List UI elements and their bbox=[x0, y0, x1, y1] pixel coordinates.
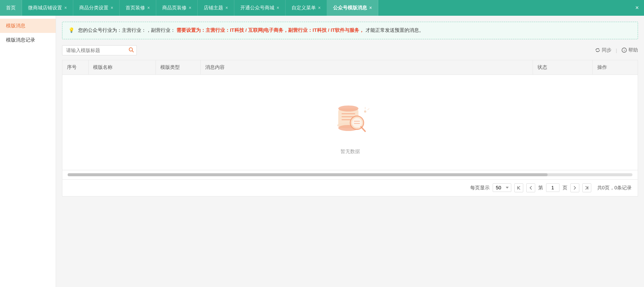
search-bar-left bbox=[62, 45, 137, 55]
nav-item-3[interactable]: 首页装修 × bbox=[120, 0, 156, 16]
scrollbar-thumb bbox=[68, 173, 548, 176]
help-button[interactable]: ? 帮助 bbox=[622, 47, 638, 54]
search-button[interactable] bbox=[129, 47, 134, 54]
page-label: 页 bbox=[563, 184, 567, 191]
table-header: 序号 模版名称 模版类型 消息内容 状态 操作 bbox=[62, 60, 638, 75]
scrollbar-track bbox=[68, 173, 632, 176]
nav-item-2[interactable]: 商品分类设置 × bbox=[73, 0, 120, 16]
svg-point-16 bbox=[364, 110, 366, 113]
search-input[interactable] bbox=[62, 45, 137, 55]
close-icon-2[interactable]: × bbox=[111, 5, 113, 10]
close-all-button[interactable]: × bbox=[630, 0, 644, 16]
search-input-wrap bbox=[62, 45, 137, 55]
col-header-action: 操作 bbox=[593, 60, 638, 74]
search-bar: 同步 | ? 帮助 bbox=[62, 45, 638, 55]
divider: | bbox=[616, 48, 617, 53]
search-bar-right: 同步 | ? 帮助 bbox=[595, 47, 638, 54]
main-content: 💡 您的公众号行业为：主营行业：，副营行业： 需要设置为：主营行业：IT科技 /… bbox=[56, 16, 644, 287]
help-icon: ? bbox=[622, 48, 627, 53]
empty-text: 暂无数据 bbox=[341, 148, 360, 155]
close-icon-8[interactable]: × bbox=[369, 5, 372, 10]
last-page-button[interactable] bbox=[582, 183, 591, 192]
page-input[interactable] bbox=[546, 183, 560, 192]
col-header-index: 序号 bbox=[62, 60, 89, 74]
nav-item-7[interactable]: 自定义菜单 × bbox=[286, 0, 327, 16]
horizontal-scrollbar[interactable] bbox=[62, 170, 638, 179]
col-header-type: 模版类型 bbox=[156, 60, 201, 74]
sidebar: 模版消息 模版消息记录 bbox=[0, 16, 56, 287]
close-icon-1[interactable]: × bbox=[64, 5, 67, 10]
pagination: 每页显示 50 10 20 100 第 页 bbox=[62, 179, 638, 196]
close-icon-6[interactable]: × bbox=[277, 5, 279, 10]
svg-line-1 bbox=[132, 51, 134, 52]
svg-line-13 bbox=[361, 127, 365, 131]
close-icon-7[interactable]: × bbox=[318, 5, 321, 10]
nav-item-4[interactable]: 商品页装修 × bbox=[156, 0, 198, 16]
top-nav: 首页 微商城店铺设置 × 商品分类设置 × 首页装修 × 商品页装修 × 店铺主… bbox=[0, 0, 644, 16]
svg-point-6 bbox=[338, 106, 358, 112]
close-icon-5[interactable]: × bbox=[225, 5, 228, 10]
col-header-name: 模版名称 bbox=[89, 60, 156, 74]
sync-button[interactable]: 同步 bbox=[595, 47, 611, 54]
first-page-button[interactable] bbox=[514, 183, 523, 192]
notice-bulb-icon: 💡 bbox=[68, 27, 74, 33]
page-size-select[interactable]: 50 10 20 100 bbox=[493, 183, 511, 192]
sidebar-item-template-message[interactable]: 模版消息 bbox=[0, 19, 56, 33]
nav-item-5[interactable]: 店铺主题 × bbox=[198, 0, 234, 16]
svg-text:?: ? bbox=[623, 49, 625, 52]
notice-box: 💡 您的公众号行业为：主营行业：，副营行业： 需要设置为：主营行业：IT科技 /… bbox=[62, 22, 638, 39]
sync-icon bbox=[595, 48, 600, 53]
page-size-label: 每页显示 bbox=[470, 184, 490, 191]
sidebar-item-template-message-record[interactable]: 模版消息记录 bbox=[0, 33, 56, 47]
empty-state: 暂无数据 bbox=[62, 75, 638, 170]
nav-item-8[interactable]: 公众号模版消息 × bbox=[327, 0, 378, 16]
prev-page-button[interactable] bbox=[526, 183, 535, 192]
layout: 模版消息 模版消息记录 💡 您的公众号行业为：主营行业：，副营行业： 需要设置为… bbox=[0, 16, 644, 287]
col-header-content: 消息内容 bbox=[201, 60, 533, 74]
svg-line-18 bbox=[367, 109, 369, 110]
col-header-status: 状态 bbox=[533, 60, 593, 74]
di-label: 第 bbox=[538, 184, 543, 191]
total-info: 共0页，0条记录 bbox=[597, 184, 632, 191]
close-icon-3[interactable]: × bbox=[147, 5, 150, 10]
close-icon-4[interactable]: × bbox=[189, 5, 191, 10]
data-table: 序号 模版名称 模版类型 消息内容 状态 操作 bbox=[62, 60, 638, 196]
nav-item-home[interactable]: 首页 bbox=[0, 0, 22, 16]
svg-point-12 bbox=[352, 118, 362, 128]
empty-illustration bbox=[328, 97, 373, 142]
next-page-button[interactable] bbox=[570, 183, 579, 192]
nav-item-6[interactable]: 开通公众号商城 × bbox=[234, 0, 286, 16]
nav-item-1[interactable]: 微商城店铺设置 × bbox=[22, 0, 73, 16]
